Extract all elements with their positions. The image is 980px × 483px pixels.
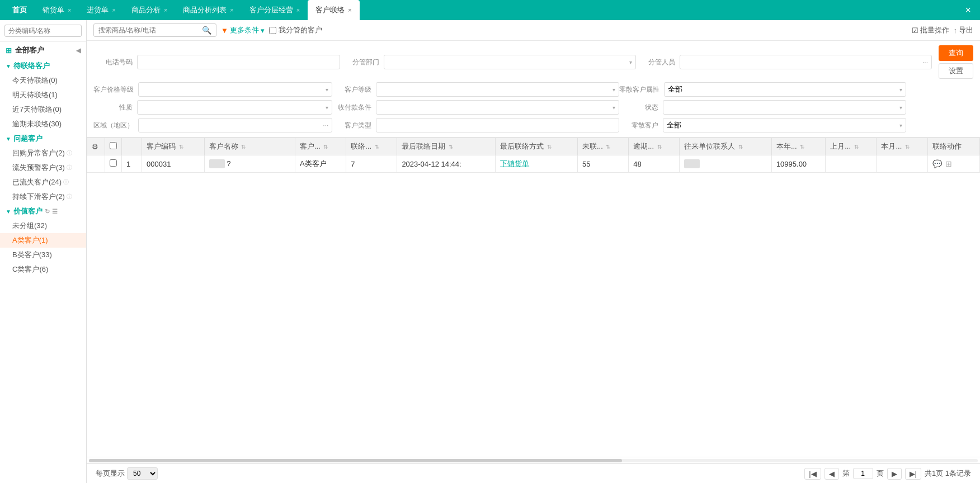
filter-customer-type: 客户类型	[332, 118, 619, 132]
sidebar-item-ungroup[interactable]: 未分组(32)	[0, 219, 86, 233]
status-select[interactable]: ▾	[663, 100, 906, 115]
sidebar-item-repurchase[interactable]: 回购异常客户(2) ⓘ	[0, 146, 86, 160]
last-page-button[interactable]: ▶|	[905, 468, 921, 480]
col-checkbox[interactable]	[105, 138, 122, 155]
sidebar-item-a-class[interactable]: A类客户(1)	[0, 233, 86, 248]
sidebar-group-pending[interactable]: ▼ 待联络客户	[0, 59, 86, 73]
name-avatar	[209, 159, 225, 168]
price-level-select[interactable]: ▾	[138, 82, 332, 97]
status-caret-icon: ▾	[899, 105, 902, 111]
nature-select[interactable]: ▾	[137, 100, 332, 115]
query-button[interactable]: 查询	[939, 45, 973, 61]
sidebar-item-c-class[interactable]: C类客户(6)	[0, 262, 86, 277]
close-goods-list-icon[interactable]: ×	[230, 7, 233, 13]
col-last-month[interactable]: 上月... ⇅	[826, 138, 877, 155]
horizontal-scrollbar[interactable]	[87, 457, 980, 463]
my-customers-checkbox[interactable]: 我分管的客户	[269, 25, 322, 35]
col-code[interactable]: 客户编码 ⇅	[142, 138, 205, 155]
batch-icon: ☑	[912, 26, 918, 35]
close-purchase-icon[interactable]: ×	[112, 7, 115, 13]
setting-button[interactable]: 设置	[939, 63, 973, 79]
nature-caret-icon: ▾	[326, 105, 328, 111]
sidebar-item-b-class[interactable]: B类客户(33)	[0, 248, 86, 262]
sidebar-group-problem[interactable]: ▼ 问题客户	[0, 131, 86, 146]
type-select[interactable]	[376, 118, 619, 132]
row-method-cell[interactable]: 下销货单	[496, 155, 578, 173]
scrollbar-thumb[interactable]	[89, 459, 622, 462]
next-page-button[interactable]: ▶	[887, 468, 902, 480]
all-customers-header[interactable]: ⊞ 全部客户 ◀	[0, 42, 86, 59]
nav-customer-layer[interactable]: 客户分层经营 ×	[242, 0, 308, 20]
sidebar-item-tomorrow[interactable]: 明天待联络(1)	[0, 88, 86, 102]
retail-attr-select[interactable]: 全部 ▾	[664, 82, 906, 97]
close-goods-icon[interactable]: ×	[164, 7, 167, 13]
payment-caret-icon: ▾	[613, 105, 615, 111]
page-size-select[interactable]: 50 100 200	[127, 467, 158, 480]
filter-bar: 🔍 ▼ 更多条件 ▾ 我分管的客户 ☑ 批量操作 ↑ 导出	[87, 20, 980, 41]
person-select[interactable]: ···	[680, 55, 932, 69]
row-settings-cell	[87, 155, 105, 173]
refresh-icon[interactable]: ↻	[45, 208, 50, 215]
grid-icon: ⊞	[6, 46, 12, 55]
col-overdue[interactable]: 逾期... ⇅	[629, 138, 680, 155]
my-customers-check[interactable]	[269, 27, 276, 34]
more-filters-button[interactable]: ▼ 更多条件 ▾	[221, 25, 265, 35]
close-customer-contact-icon[interactable]: ×	[348, 7, 351, 13]
sort-name-icon: ⇅	[241, 144, 246, 150]
sidebar-item-churn-warning[interactable]: 流失预警客户(3) ⓘ	[0, 160, 86, 175]
col-this-year[interactable]: 本年... ⇅	[771, 138, 825, 155]
settings-icon[interactable]: ⚙	[92, 143, 98, 151]
col-uncontacted[interactable]: 未联... ⇅	[578, 138, 629, 155]
chat-icon[interactable]: 💬	[932, 159, 942, 168]
row-checkbox[interactable]	[110, 159, 117, 167]
sidebar-search-container	[0, 20, 86, 42]
sidebar-group-value[interactable]: ▼ 价值客户 ↻ ☰	[0, 204, 86, 219]
col-category[interactable]: 客户... ⇅	[295, 138, 346, 155]
close-sales-icon[interactable]: ×	[68, 7, 71, 13]
col-name[interactable]: 客户名称 ⇅	[204, 138, 295, 155]
prev-page-button[interactable]: ◀	[824, 468, 839, 480]
nav-goods-analysis[interactable]: 商品分析 ×	[124, 0, 175, 20]
sidebar-search-input[interactable]	[4, 25, 82, 37]
first-page-button[interactable]: |◀	[804, 468, 821, 480]
nav-sales[interactable]: 销货单 ×	[35, 0, 79, 20]
edit-groups-icon[interactable]: ☰	[52, 208, 58, 215]
method-link[interactable]: 下销货单	[500, 159, 529, 168]
col-settings[interactable]: ⚙	[87, 138, 105, 155]
search-input[interactable]	[98, 26, 199, 34]
arrow-down-value-icon: ▼	[6, 209, 11, 215]
dept-select[interactable]: ▾	[384, 55, 636, 69]
search-icon[interactable]: 🔍	[202, 26, 211, 35]
payment-select[interactable]: ▾	[376, 100, 619, 115]
col-last-method[interactable]: 最后联络方式 ⇅	[496, 138, 578, 155]
arrow-down-problem-icon: ▼	[6, 136, 11, 142]
col-unit-contact[interactable]: 往来单位联系人 ⇅	[680, 138, 771, 155]
page-number-input[interactable]	[853, 468, 873, 479]
sidebar-item-today[interactable]: 今天待联络(0)	[0, 73, 86, 88]
sidebar-item-declining[interactable]: 持续下滑客户(2) ⓘ	[0, 190, 86, 204]
col-last-date[interactable]: 最后联络日期 ⇅	[397, 138, 496, 155]
nav-goods-analysis-list[interactable]: 商品分析列表 ×	[175, 0, 241, 20]
retail-select[interactable]: 全部 ▾	[663, 118, 906, 132]
row-checkbox-cell[interactable]	[105, 155, 122, 173]
sidebar-item-churned[interactable]: 已流失客户(24) ⓘ	[0, 175, 86, 190]
sidebar-item-week[interactable]: 近7天待联络(0)	[0, 102, 86, 117]
col-this-month[interactable]: 本月... ⇅	[877, 138, 927, 155]
top-close-icon[interactable]: ×	[960, 4, 976, 16]
level-select[interactable]: ▾	[376, 82, 619, 97]
close-customer-layer-icon[interactable]: ×	[296, 7, 300, 13]
nav-customer-contact[interactable]: 客户联络 ×	[308, 0, 359, 20]
phone-input[interactable]	[137, 55, 340, 69]
collapse-icon[interactable]: ◀	[76, 47, 81, 54]
region-select[interactable]: ···	[138, 118, 332, 132]
sidebar-item-overdue[interactable]: 逾期未联络(30)	[0, 117, 86, 131]
qr-icon[interactable]: ⊞	[945, 159, 952, 168]
nav-home[interactable]: 首页	[4, 0, 35, 20]
row-uncontacted-cell: 55	[578, 155, 629, 173]
export-button[interactable]: ↑ 导出	[954, 25, 974, 35]
scrollbar-track[interactable]	[89, 459, 978, 462]
col-contact[interactable]: 联络... ⇅	[346, 138, 397, 155]
nav-purchase[interactable]: 进货单 ×	[79, 0, 123, 20]
select-all-checkbox[interactable]	[110, 142, 117, 149]
batch-operation-button[interactable]: ☑ 批量操作	[912, 25, 949, 35]
